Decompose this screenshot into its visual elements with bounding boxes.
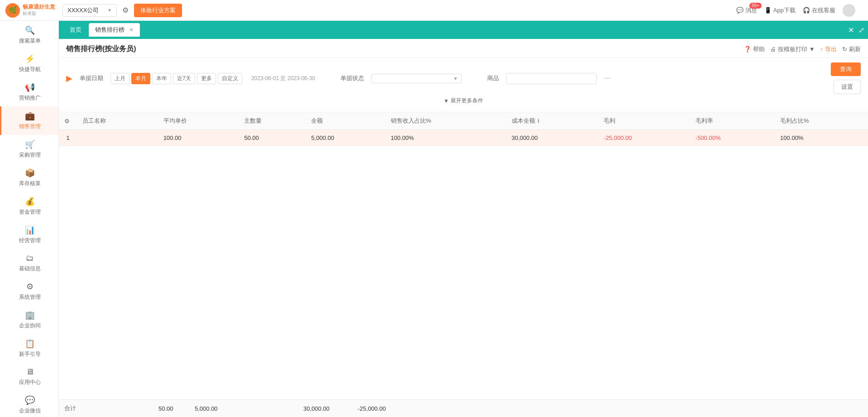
sidebar-label-finance: 资金管理 — [19, 208, 41, 216]
sidebar-item-quicknav[interactable]: ⚡ 快捷导航 — [0, 49, 58, 78]
td-gross-pct: 100.00% — [775, 130, 868, 146]
td-main-qty: 50.00 — [239, 130, 306, 146]
date-btn-this-year[interactable]: 本年 — [152, 73, 171, 84]
export-icon: ↑ — [820, 46, 824, 53]
search-btn[interactable]: 查询 — [831, 62, 861, 76]
logo-text: 畅康通好生意 — [23, 4, 55, 10]
message-area[interactable]: 💬 消息 99+ — [736, 6, 757, 14]
sidebar-item-newbie[interactable]: 📋 新手引导 — [0, 334, 58, 363]
expand-more-conditions-btn[interactable]: ▼ 展开更多条件 — [444, 97, 484, 105]
help-btn[interactable]: ❓ 帮助 — [744, 45, 765, 53]
sidebar-item-search[interactable]: 🔍 搜索菜单 — [0, 21, 58, 49]
app-container: 🌿 畅康通好生意 标准版 XXXXX公司 ▼ ⚙ 体验行业方案 💬 消息 99+… — [0, 0, 868, 417]
export-btn[interactable]: ↑ 导出 — [820, 45, 837, 53]
online-service-btn[interactable]: 🎧 在线客服 — [803, 6, 835, 14]
date-btn-this-month[interactable]: 本月 — [131, 73, 150, 84]
footer-cost-total-val: 30,000.00 — [303, 405, 358, 412]
sales-icon: 💼 — [25, 111, 35, 121]
sidebar-item-basic-info[interactable]: 🗂 基础信息 — [0, 249, 58, 277]
data-table: ⚙ 员工名称 平均单价 主数量 全额 销售收入占比% 成本全额 ℹ — [59, 112, 868, 146]
goods-filter-input[interactable] — [506, 73, 597, 84]
sidebar: 🔍 搜索菜单 ⚡ 快捷导航 📢 营销推广 💼 销售管理 🛒 采购管理 📦 — [0, 21, 59, 417]
app-download-btn[interactable]: 📱 App下载 — [764, 6, 796, 14]
sidebar-item-wechat[interactable]: 💬 企业微信 — [0, 391, 58, 417]
cooperation-icon: 🏢 — [25, 310, 35, 320]
date-btn-custom[interactable]: 自定义 — [218, 73, 242, 84]
sidebar-item-management[interactable]: 📊 经营管理 — [0, 220, 58, 249]
sidebar-label-wechat: 企业微信 — [19, 407, 41, 415]
date-btn-group: 上月 本月 本年 近7天 更多 自定义 — [110, 73, 242, 84]
th-settings: ⚙ — [59, 112, 77, 130]
marketing-icon: 📢 — [25, 82, 35, 92]
chevron-down-icon: ▼ — [107, 8, 112, 13]
sidebar-item-sales[interactable]: 💼 销售管理 — [0, 106, 58, 135]
sidebar-label-newbie: 新手引导 — [19, 350, 41, 358]
tab-sales-ranking[interactable]: 销售排行榜 ✕ — [89, 23, 140, 37]
newbie-icon: 📋 — [25, 339, 35, 349]
company-selector[interactable]: XXXXX公司 ▼ — [62, 4, 117, 17]
close-all-icon[interactable]: ✕ — [848, 26, 854, 34]
logo-icon: 🌿 — [5, 3, 20, 18]
date-btn-more[interactable]: 更多 — [197, 73, 216, 84]
refresh-icon: ↻ — [842, 46, 847, 53]
sidebar-item-apps[interactable]: 🖥 应用中心 — [0, 363, 58, 391]
refresh-btn[interactable]: ↻ 刷新 — [842, 45, 861, 53]
date-range-display: 2023-06-01 至 2023-06-30 — [251, 75, 315, 82]
action-btns-area: 查询 设置 — [831, 62, 861, 94]
top-right-area: 💬 消息 99+ 📱 App下载 🎧 在线客服 — [736, 4, 863, 17]
footer-total-val: 5,000.00 — [195, 405, 249, 412]
restore-icon[interactable]: ⤢ — [858, 26, 864, 34]
sidebar-label-system: 系统管理 — [19, 293, 41, 301]
wechat-icon: 💬 — [25, 395, 35, 405]
sidebar-label-apps: 应用中心 — [19, 379, 41, 386]
date-range-text: 2023-06-01 至 2023-06-30 — [251, 75, 315, 82]
sidebar-item-cooperation[interactable]: 🏢 企业协同 — [0, 306, 58, 334]
sidebar-label-basic-info: 基础信息 — [19, 265, 41, 273]
tab-bar: 首页 销售排行榜 ✕ ✕ ⤢ — [59, 21, 868, 39]
tab-close-icon[interactable]: ✕ — [129, 27, 134, 33]
date-filter-label: 单据日期 — [80, 74, 103, 82]
finance-icon: 💰 — [25, 197, 35, 206]
th-total: 全额 — [306, 112, 385, 130]
main-layout: 🔍 搜索菜单 ⚡ 快捷导航 📢 营销推广 💼 销售管理 🛒 采购管理 📦 — [0, 21, 868, 417]
footer-gross-profit-val: -25,000.00 — [358, 405, 412, 412]
page-header: 销售排行榜(按业务员) ❓ 帮助 🖨 按模板打印 ▼ ↑ — [59, 39, 868, 58]
sidebar-item-purchase[interactable]: 🛒 采购管理 — [0, 135, 58, 163]
sidebar-item-finance[interactable]: 💰 资金管理 — [0, 192, 58, 220]
gear-icon[interactable]: ⚙ — [122, 6, 129, 14]
filter-toggle-btn[interactable]: ▶ — [66, 73, 72, 83]
cost-total-info-icon[interactable]: ℹ — [537, 118, 540, 124]
content-area: 首页 销售排行榜 ✕ ✕ ⤢ 销售排行榜(按业务员) ❓ — [59, 21, 868, 417]
settings-btn[interactable]: 设置 — [834, 80, 861, 94]
td-sales-pct: 100.00% — [385, 130, 506, 146]
sidebar-label-search: 搜索菜单 — [19, 37, 41, 45]
date-btn-last-month[interactable]: 上月 — [110, 73, 129, 84]
sidebar-item-system[interactable]: ⚙ 系统管理 — [0, 277, 58, 306]
td-gross-profit: -25,000.00 — [598, 130, 690, 146]
th-sales-pct: 销售收入占比% — [385, 112, 506, 130]
tab-home[interactable]: 首页 — [62, 22, 89, 38]
page-actions: ❓ 帮助 🖨 按模板打印 ▼ ↑ 导出 ↻ — [744, 45, 861, 53]
management-icon: 📊 — [25, 225, 35, 235]
logo-area: 🌿 畅康通好生意 标准版 — [5, 3, 55, 18]
sidebar-label-cooperation: 企业协同 — [19, 322, 41, 330]
top-bar: 🌿 畅康通好生意 标准版 XXXXX公司 ▼ ⚙ 体验行业方案 💬 消息 99+… — [0, 0, 868, 21]
th-avg-price: 平均单价 — [158, 112, 239, 130]
trial-btn[interactable]: 体验行业方案 — [134, 4, 182, 17]
template-print-btn[interactable]: 🖨 按模板打印 ▼ — [770, 45, 815, 53]
tab-sales-ranking-label: 销售排行榜 — [95, 26, 125, 34]
search-icon: 🔍 — [25, 25, 35, 35]
status-dropdown-icon: ▼ — [453, 76, 458, 81]
help-icon: ❓ — [744, 46, 751, 53]
column-settings-icon[interactable]: ⚙ — [64, 118, 70, 125]
avatar[interactable] — [843, 4, 855, 17]
table-header-row: ⚙ 员工名称 平均单价 主数量 全额 销售收入占比% 成本全额 ℹ — [59, 112, 868, 130]
more-filters-icon[interactable]: ··· — [604, 74, 610, 82]
main-content: 销售排行榜(按业务员) ❓ 帮助 🖨 按模板打印 ▼ ↑ — [59, 39, 868, 417]
date-btn-7days[interactable]: 近7天 — [173, 73, 195, 84]
sidebar-item-marketing[interactable]: 📢 营销推广 — [0, 78, 58, 106]
sidebar-label-quicknav: 快捷导航 — [19, 66, 41, 73]
sidebar-item-inventory[interactable]: 📦 库存核算 — [0, 163, 58, 192]
status-select[interactable]: ▼ — [371, 74, 462, 83]
basic-info-icon: 🗂 — [26, 254, 34, 263]
